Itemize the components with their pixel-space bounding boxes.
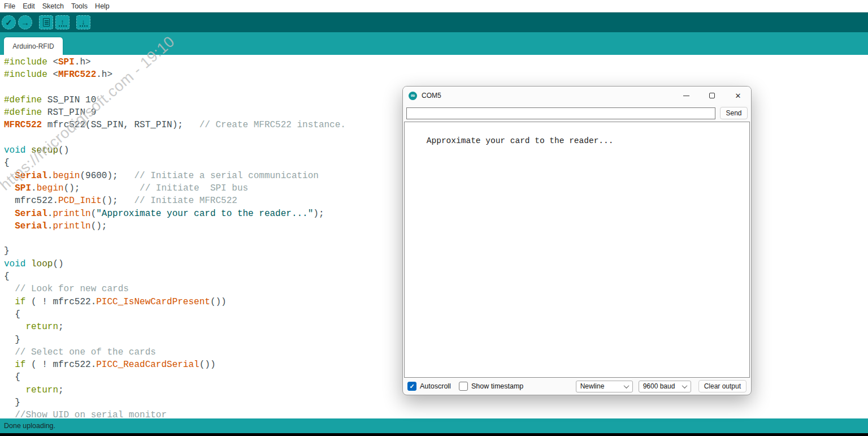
show-timestamp-label: Show timestamp [471,382,523,390]
menu-tools[interactable]: Tools [71,2,88,10]
window-controls: ✕ [673,87,751,105]
baud-rate-dropdown[interactable]: 9600 baud [639,381,691,392]
tab-strip: Arduino-RFID [0,32,868,55]
upload-button[interactable]: → [18,15,32,29]
chevron-down-icon [682,383,687,388]
menu-sketch[interactable]: Sketch [42,2,64,10]
menu-file[interactable]: File [4,2,15,10]
up-arrow-icon: ↑ [59,18,67,27]
maximize-button[interactable] [699,87,725,105]
serial-input[interactable] [406,107,715,119]
serial-input-row: Send [403,105,751,122]
status-message: Done uploading. [4,422,55,430]
minimize-icon [683,96,689,96]
verify-button[interactable]: ✓ [2,15,16,29]
line-ending-dropdown[interactable]: Newline [576,381,633,392]
new-sketch-button[interactable] [39,15,53,29]
save-button[interactable]: ↓ [76,15,90,29]
minimize-button[interactable] [673,87,699,105]
open-button[interactable]: ↑ [55,15,70,29]
clear-output-button[interactable]: Clear output [698,380,747,392]
menu-help[interactable]: Help [95,2,110,10]
serial-monitor-bottombar: Autoscroll Show timestamp Newline 9600 b… [403,378,751,395]
window-title: COM5 [422,92,441,100]
autoscroll-label: Autoscroll [420,382,451,390]
send-button[interactable]: Send [720,107,748,119]
close-icon: ✕ [735,92,741,100]
menu-edit[interactable]: Edit [23,2,35,10]
check-icon: ✓ [5,18,12,27]
arduino-infinity-icon: ∞ [409,92,417,100]
maximize-icon [709,93,715,98]
console-strip [0,433,868,436]
down-arrow-icon: ↓ [80,18,88,27]
autoscroll-checkbox[interactable] [407,382,416,391]
toolbar: ✓ → ↑ ↓ [0,12,868,32]
serial-output: Approximate your card to the reader... [404,122,750,378]
status-bar: Done uploading. [0,418,868,433]
show-timestamp-checkbox[interactable] [459,382,468,391]
right-arrow-icon: → [21,18,29,27]
tab-label: Arduino-RFID [12,42,54,50]
menu-bar: File Edit Sketch Tools Help [0,0,868,12]
serial-monitor-titlebar[interactable]: ∞ COM5 ✕ [403,87,751,105]
serial-monitor-window: ∞ COM5 ✕ Send Approximate your card to t… [402,86,752,395]
tab-arduino-rfid[interactable]: Arduino-RFID [4,37,63,55]
chevron-down-icon [623,383,629,388]
serial-output-text: Approximate your card to the reader... [427,136,614,145]
close-button[interactable]: ✕ [725,87,751,105]
document-icon [43,18,50,27]
